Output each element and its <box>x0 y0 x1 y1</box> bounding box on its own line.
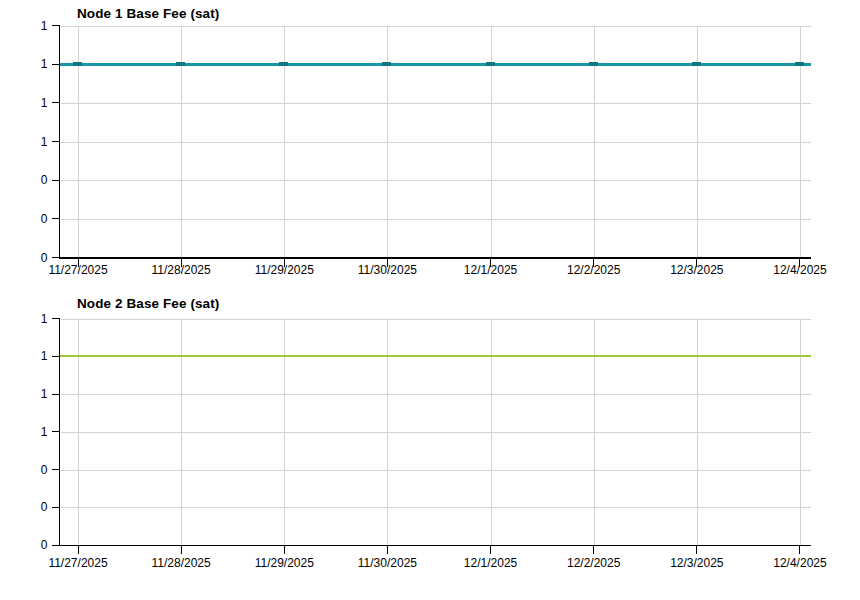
base-fee-charts-page: Node 1 Base Fee (sat) 111100011/27/20251… <box>0 0 860 600</box>
y-tick-label: 1 <box>26 349 48 363</box>
x-axis-tick <box>78 546 79 554</box>
x-tick-label: 12/3/2025 <box>655 556 739 570</box>
y-axis-tick <box>52 545 60 546</box>
x-tick-label: 12/4/2025 <box>758 556 842 570</box>
x-tick-label: 12/2/2025 <box>552 556 636 570</box>
x-axis-tick <box>387 546 388 554</box>
x-axis-tick <box>593 546 594 554</box>
horizontal-gridline <box>61 470 812 471</box>
y-tick-label: 0 <box>26 538 48 552</box>
series-line-2 <box>60 355 812 357</box>
y-tick-label: 1 <box>26 312 48 326</box>
x-tick-label: 11/30/2025 <box>345 556 429 570</box>
x-axis-tick <box>799 546 800 554</box>
y-axis-tick <box>52 469 60 470</box>
chart2-plot-area: 111100011/27/202511/28/202511/29/202511/… <box>0 0 860 600</box>
x-tick-label: 11/27/2025 <box>36 556 120 570</box>
horizontal-gridline <box>61 507 812 508</box>
x-axis-tick <box>181 546 182 554</box>
x-axis-tick <box>284 546 285 554</box>
x-axis-line <box>59 545 811 547</box>
y-axis-tick <box>52 318 60 319</box>
horizontal-gridline <box>61 319 812 320</box>
y-tick-label: 0 <box>26 463 48 477</box>
horizontal-gridline <box>61 394 812 395</box>
horizontal-gridline <box>61 432 812 433</box>
x-tick-label: 11/29/2025 <box>242 556 326 570</box>
x-axis-tick <box>490 546 491 554</box>
y-axis-tick <box>52 394 60 395</box>
x-tick-label: 12/1/2025 <box>449 556 533 570</box>
y-axis-tick <box>52 431 60 432</box>
y-axis-tick <box>52 356 60 357</box>
y-tick-label: 1 <box>26 387 48 401</box>
y-tick-label: 1 <box>26 425 48 439</box>
y-tick-label: 0 <box>26 500 48 514</box>
x-axis-tick <box>696 546 697 554</box>
y-axis-tick <box>52 507 60 508</box>
x-tick-label: 11/28/2025 <box>139 556 223 570</box>
